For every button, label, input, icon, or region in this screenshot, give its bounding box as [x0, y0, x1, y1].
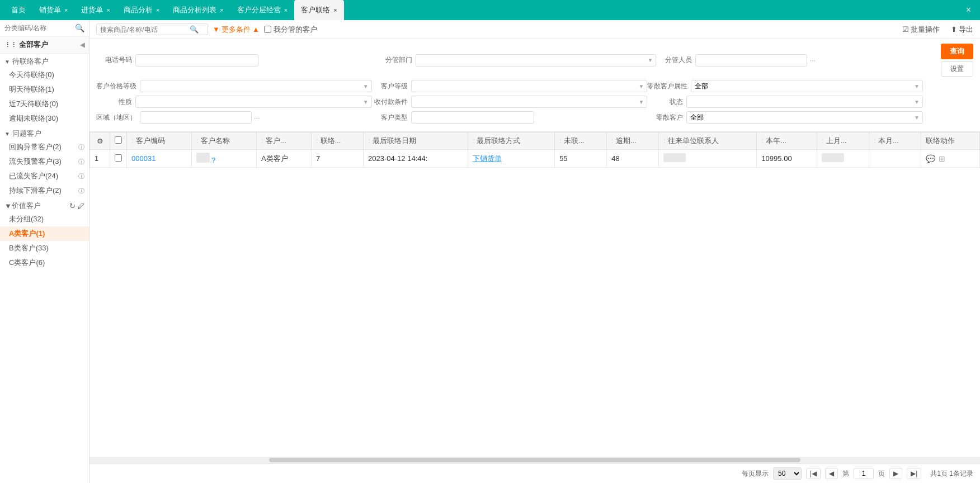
cell-last-type[interactable]: 下销货单 — [468, 150, 554, 168]
close-purchase-tab[interactable]: × — [106, 7, 110, 13]
sidebar-item-today[interactable]: 今天待联络(0) — [0, 68, 89, 82]
close-all-tabs[interactable]: × — [962, 5, 976, 15]
sidebar-item-7days[interactable]: 近7天待联络(0) — [0, 97, 89, 111]
scroll-thumb[interactable] — [269, 458, 800, 462]
page-label: 第 — [842, 469, 849, 479]
close-customer-tier-tab[interactable]: × — [284, 7, 288, 13]
my-customers-checkbox[interactable] — [264, 26, 271, 33]
nature-select[interactable] — [135, 96, 372, 108]
nav-tab-home[interactable]: 首页 — [4, 0, 32, 20]
sidebar: 🔍 ⋮⋮ 全部客户 ◀ ▼ 待联络客户 今天待联络(0) 明天待联络(1) 近7… — [0, 20, 89, 483]
close-analysis-tab[interactable]: × — [156, 7, 159, 13]
chat-icon[interactable]: 💬 — [926, 154, 935, 163]
retail-attr-select[interactable]: 全部 — [691, 80, 923, 92]
sidebar-item-unsorted[interactable]: 未分组(32) — [0, 212, 89, 226]
prev-page-btn[interactable]: ◀ — [825, 468, 838, 479]
col-level: :客户... — [257, 132, 312, 150]
dept-select[interactable] — [416, 54, 657, 67]
page-of-label: 页 — [878, 469, 885, 479]
sidebar-search-icon[interactable]: 🔍 — [75, 23, 84, 32]
first-page-btn[interactable]: |◀ — [806, 468, 821, 479]
sidebar-item-declining[interactable]: 持续下滑客户(2) ⓘ — [0, 183, 89, 198]
export-btn[interactable]: ⬆ 导出 — [951, 25, 973, 35]
customer-type-input[interactable] — [411, 111, 534, 124]
cell-contact-person — [659, 150, 757, 168]
nav-tab-sales[interactable]: 销货单 × — [32, 0, 74, 20]
grid-icon[interactable]: ⊞ — [939, 154, 945, 163]
select-all-checkbox[interactable] — [115, 136, 122, 144]
col-name: :客户名称 — [192, 132, 257, 150]
manager-dots[interactable]: ··· — [809, 56, 816, 64]
sidebar-collapse-icon[interactable]: ◀ — [80, 41, 84, 49]
nav-tab-analysis[interactable]: 商品分析 × — [117, 0, 166, 20]
col-checkbox — [110, 132, 127, 150]
filter-cell-dept: 分管部门 ▼ — [376, 54, 657, 67]
waiting-group-arrow: ▼ — [4, 59, 10, 65]
cell-code[interactable]: 000031 — [127, 150, 192, 168]
sidebar-item-overdue[interactable]: 逾期未联络(30) — [0, 111, 89, 126]
total-label: 共1页 1条记录 — [930, 469, 973, 479]
status-select[interactable] — [686, 96, 923, 108]
retail-attr-select-wrap: 全部 ▼ — [691, 80, 923, 92]
sidebar-group-waiting[interactable]: ▼ 待联络客户 — [0, 54, 89, 68]
next-page-btn[interactable]: ▶ — [889, 468, 902, 479]
retail-customer-select-wrap: 全部 ▼ — [686, 111, 923, 124]
table-row: 1 000031 ? A类客户 7 2023-04-12 14:44: 下销货单 — [90, 150, 980, 168]
phone-input[interactable] — [135, 54, 258, 67]
customer-level-select[interactable] — [411, 80, 648, 92]
row-checkbox[interactable] — [115, 154, 122, 162]
value-refresh-icon[interactable]: ↻ — [69, 202, 76, 210]
search-icon[interactable]: 🔍 — [190, 25, 199, 34]
per-page-select[interactable]: 50 100 200 — [773, 467, 802, 480]
close-analysis-list-tab[interactable]: × — [220, 7, 223, 13]
search-input[interactable] — [100, 26, 190, 34]
close-customer-contact-tab[interactable]: × — [333, 7, 337, 13]
col-this-month: :本月... — [869, 132, 921, 150]
col-gear[interactable]: ⚙ — [90, 132, 110, 150]
nav-tab-customer-tier[interactable]: 客户分层经营 × — [230, 0, 294, 20]
sidebar-item-repurchase-abnormal[interactable]: 回购异常客户(2) ⓘ — [0, 140, 89, 154]
cell-name[interactable]: ? — [192, 150, 257, 168]
nav-tab-analysis-list[interactable]: 商品分析列表 × — [166, 0, 230, 20]
setting-button[interactable]: 设置 — [941, 61, 973, 77]
scroll-row[interactable] — [89, 457, 980, 463]
customer-level-label: 客户等级 — [372, 82, 411, 91]
col-overdue: :逾期... — [607, 132, 659, 150]
cell-seq: 1 — [90, 150, 110, 168]
close-sales-tab[interactable]: × — [64, 7, 68, 13]
payment-select-wrap: ▼ — [411, 96, 648, 108]
sidebar-item-class-c[interactable]: C类客户(6) — [0, 255, 89, 270]
value-edit-icon[interactable]: 🖊 — [77, 202, 84, 210]
sidebar-group-value[interactable]: ▼ 价值客户 ↻ 🖊 — [0, 198, 89, 212]
phone-label: 电话号码 — [96, 55, 135, 65]
price-level-select[interactable] — [140, 80, 372, 92]
manager-input[interactable] — [695, 54, 807, 67]
sidebar-item-loss-warning[interactable]: 流失预警客户(3) ⓘ — [0, 154, 89, 169]
nav-tab-purchase[interactable]: 进货单 × — [74, 0, 116, 20]
sidebar-search-input[interactable] — [4, 24, 75, 32]
last-type-link[interactable]: 下销货单 — [473, 154, 502, 163]
filter-cell-retail-customer: 零散客户 全部 ▼ — [647, 111, 923, 124]
cell-checkbox — [110, 150, 127, 168]
col-contact-count: :联络... — [312, 132, 364, 150]
region-input[interactable] — [140, 111, 252, 124]
nav-tab-customer-contact[interactable]: 客户联络 × — [294, 0, 343, 20]
sidebar-item-class-a[interactable]: A类客户(1) — [0, 226, 89, 241]
col-action: 联络动作 — [921, 132, 980, 150]
last-page-btn[interactable]: ▶| — [907, 468, 921, 479]
col-uncontact: :未联... — [555, 132, 607, 150]
region-dots[interactable]: ··· — [254, 113, 260, 122]
main-layout: 🔍 ⋮⋮ 全部客户 ◀ ▼ 待联络客户 今天待联络(0) 明天待联络(1) 近7… — [0, 20, 980, 483]
query-button[interactable]: 查询 — [941, 44, 973, 59]
more-filter-btn[interactable]: ▼ 更多条件 ▲ — [213, 25, 260, 35]
sidebar-item-tomorrow[interactable]: 明天待联络(1) — [0, 82, 89, 97]
sidebar-item-class-b[interactable]: B类客户(33) — [0, 241, 89, 255]
payment-select[interactable] — [411, 96, 648, 108]
retail-customer-select[interactable]: 全部 — [686, 111, 923, 124]
page-input[interactable] — [854, 468, 874, 479]
my-customers-check[interactable]: 我分管的客户 — [264, 25, 317, 35]
sidebar-all-customers[interactable]: ⋮⋮ 全部客户 ◀ — [0, 36, 89, 54]
sidebar-group-problem[interactable]: ▼ 问题客户 — [0, 126, 89, 140]
sidebar-item-lost[interactable]: 已流失客户(24) ⓘ — [0, 169, 89, 183]
batch-op-btn[interactable]: ☑ 批量操作 — [902, 25, 940, 35]
